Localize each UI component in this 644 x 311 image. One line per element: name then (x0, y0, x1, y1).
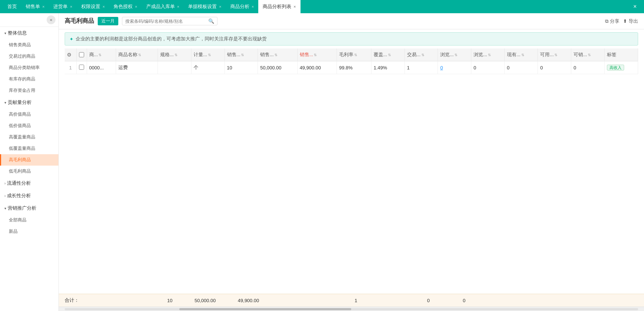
search-icon[interactable]: 🔍 (208, 18, 214, 24)
nav-template[interactable]: 单据模板设置 × (184, 0, 226, 13)
cell-saleable: 0 (571, 61, 605, 74)
col-view1: 浏览... ⇅ (438, 48, 471, 61)
sort-icon-sale-profit: ⇅ (314, 53, 317, 57)
sort-icon-unit: ⇅ (208, 53, 211, 57)
sort-icon-available: ⇅ (554, 53, 557, 57)
sort-icon-current: ⇅ (521, 53, 524, 57)
col-gross-rate: 毛利率 ⇅ (337, 48, 371, 61)
nav-sales-close[interactable]: × (42, 4, 44, 9)
table-row: 1 0000... 运费 个 10 50,000.00 49,900.00 99 (65, 61, 638, 74)
scrollbar-thumb[interactable] (179, 308, 351, 310)
header-actions: ⧉ 分享 ⬆ 导出 (605, 18, 638, 25)
nav-product-analysis-close[interactable]: × (252, 4, 254, 9)
col-tx-count: 交易... ⇅ (404, 48, 438, 61)
sidebar-group-marketing[interactable]: ▾ 营销推广分析 (0, 202, 58, 214)
arrow-down-icon: ▾ (4, 31, 6, 35)
sidebar-item-stock-capital[interactable]: 库存资金占用 (0, 85, 58, 96)
col-code: 商... ⇅ (87, 48, 116, 61)
nav-purchase[interactable]: 进货单 × (49, 0, 76, 13)
sort-icon-saleable: ⇅ (588, 53, 591, 57)
sort-icon-name: ⇅ (138, 53, 141, 57)
arrow-down-icon-2: ▾ (4, 101, 6, 105)
col-sale-qty: 销售... ⇅ (224, 48, 258, 61)
sort-icon-coverage: ⇅ (388, 53, 391, 57)
period-button[interactable]: 近一月 (98, 17, 118, 25)
footer-label: 合计： (65, 297, 79, 304)
nav-production-close[interactable]: × (177, 4, 179, 9)
col-spec: 规格... ⇅ (158, 48, 191, 61)
export-button[interactable]: ⬆ 导出 (623, 18, 638, 25)
footer-sale-amount: 50,000.00 (194, 298, 216, 303)
nav-product-analysis[interactable]: 商品分析 × (226, 0, 258, 13)
share-button[interactable]: ⧉ 分享 (605, 18, 619, 25)
content-area: 高毛利商品 近一月 🔍 ⧉ 分享 ⬆ 导出 (59, 13, 644, 311)
sidebar-item-high-margin[interactable]: 高毛利商品 (0, 154, 58, 166)
nav-permissions[interactable]: 权限设置 × (77, 0, 109, 13)
nav-template-close[interactable]: × (219, 4, 221, 9)
sidebar-item-in-stock[interactable]: 有库存的商品 (0, 73, 58, 85)
cell-tag: 高收入 (604, 61, 638, 74)
col-saleable: 可销... ⇅ (571, 48, 605, 61)
cell-view2: 0 (471, 61, 505, 74)
nav-roles-close[interactable]: × (135, 4, 137, 9)
nav-production[interactable]: 产成品入库单 × (142, 0, 184, 13)
horizontal-scrollbar[interactable] (59, 307, 644, 311)
col-unit: 计量... ⇅ (191, 48, 224, 61)
footer-tx-count: 1 (355, 298, 357, 303)
tag-badge: 高收入 (607, 65, 624, 70)
sidebar-group-contribution[interactable]: ▾ 贡献量分析 (0, 96, 58, 109)
row-checkbox[interactable] (79, 65, 84, 70)
arrow-right-icon-2: › (4, 194, 6, 198)
cell-row-num: 1 (65, 61, 76, 74)
nav-product-analysis-list-close[interactable]: × (294, 4, 296, 9)
nav-sales[interactable]: 销售单 × (21, 0, 49, 13)
cell-code: 0000... (87, 61, 116, 74)
sidebar-group-liquidity[interactable]: › 流通性分析 (0, 177, 58, 189)
footer-available: 0 (463, 298, 465, 303)
sort-icon-view1: ⇅ (454, 53, 457, 57)
sidebar-item-category-rate[interactable]: 商品分类助销率 (0, 62, 58, 73)
sidebar-item-high-coverage[interactable]: 高覆盖量商品 (0, 131, 58, 143)
sidebar-item-traded-goods[interactable]: 交易过的商品 (0, 51, 58, 62)
page-title: 高毛利商品 (65, 17, 94, 25)
sidebar-group-overall[interactable]: ▾ 整体信息 (0, 27, 58, 39)
top-nav: 首页 销售单 × 进货单 × 权限设置 × 角色授权 × 产成品入库单 × 单据… (0, 0, 644, 13)
nav-home[interactable]: 首页 (3, 0, 21, 13)
col-gear: ⚙ (65, 48, 76, 61)
col-checkbox (76, 48, 87, 61)
nav-purchase-close[interactable]: × (70, 4, 72, 9)
sidebar-item-low-margin[interactable]: 低毛利商品 (0, 166, 58, 177)
sidebar-item-new-goods[interactable]: 新品 (0, 226, 58, 237)
nav-roles[interactable]: 角色授权 × (109, 0, 141, 13)
sort-icon-sale-amount: ⇅ (274, 53, 277, 57)
cell-spec (158, 61, 191, 74)
sidebar-item-all-goods[interactable]: 全部商品 (0, 214, 58, 226)
search-input[interactable] (125, 19, 208, 24)
window-close-button[interactable]: × (629, 3, 641, 10)
view1-link[interactable]: 0 (440, 65, 443, 70)
col-sale-amount: 销售... ⇅ (258, 48, 297, 61)
data-table: ⚙ 商... ⇅ (65, 48, 638, 74)
arrow-right-icon: › (4, 181, 6, 185)
sidebar-item-sales-goods[interactable]: 销售类商品 (0, 39, 58, 51)
sort-icon-gross-rate: ⇅ (354, 53, 357, 57)
cell-sale-profit: 49,900.00 (297, 61, 337, 74)
nav-permissions-close[interactable]: × (102, 4, 105, 9)
sidebar-item-low-value[interactable]: 低价值商品 (0, 120, 58, 131)
cell-gross-rate: 99.8% (337, 61, 371, 74)
sidebar-group-overall-items: 销售类商品 交易过的商品 商品分类助销率 有库存的商品 库存资金占用 (0, 39, 58, 96)
cell-tx-count: 1 (404, 61, 438, 74)
select-all-checkbox[interactable] (79, 52, 84, 57)
footer-sale-profit: 49,900.00 (238, 298, 259, 303)
notice-banner: ✦ 企业的主要的利润都是这部分商品创造的，可考虑加大推广，同时关注库存是不要出现… (65, 32, 638, 46)
sidebar-item-high-value[interactable]: 高价值商品 (0, 109, 58, 120)
sidebar-item-low-coverage[interactable]: 低覆盖量商品 (0, 143, 58, 154)
sidebar-group-growth[interactable]: › 成长性分析 (0, 189, 58, 202)
sort-icon-code: ⇅ (98, 53, 101, 57)
sidebar-collapse-button[interactable]: « (47, 15, 55, 24)
cell-available: 0 (538, 61, 571, 74)
col-name: 商品名称 ⇅ (116, 48, 158, 61)
settings-icon[interactable]: ⚙ (67, 52, 72, 58)
nav-product-analysis-list[interactable]: 商品分析列表 × (258, 0, 300, 13)
notice-icon: ✦ (69, 36, 73, 42)
